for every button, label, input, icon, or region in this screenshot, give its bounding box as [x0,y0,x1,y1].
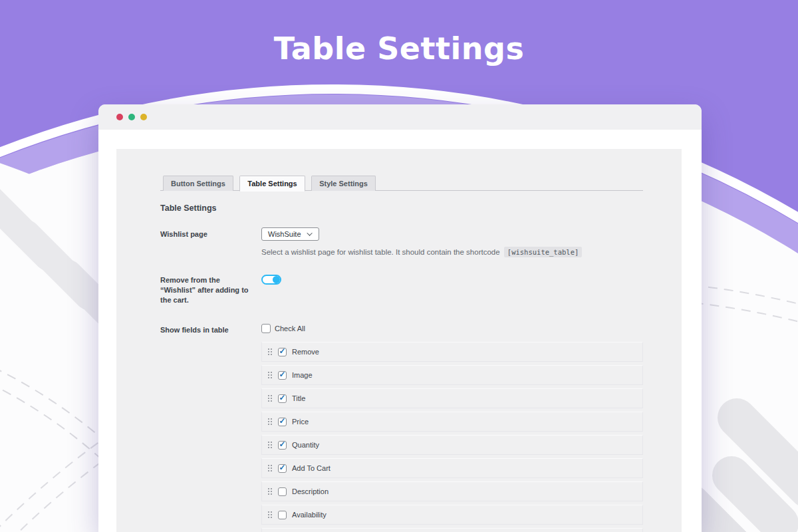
show-fields-row: Show fields in table Check All Remove [160,323,643,532]
list-item[interactable]: Image [261,365,643,385]
tab-style-settings[interactable]: Style Settings [311,176,376,191]
list-item[interactable]: Price [261,412,643,432]
field-checkbox[interactable] [278,441,287,450]
drag-handle-icon[interactable] [268,418,273,426]
field-label: Image [292,371,313,379]
drag-handle-icon[interactable] [268,395,273,402]
field-checkbox[interactable] [278,348,287,356]
drag-handle-icon[interactable] [268,348,273,356]
field-label: Title [292,394,305,402]
zoom-dot[interactable] [140,114,147,120]
field-label: Quantity [292,441,319,449]
tab-table-settings[interactable]: Table Settings [239,176,305,192]
drag-handle-icon[interactable] [268,465,273,472]
check-all-label: Check All [275,325,305,332]
browser-content: Button Settings Table Settings Style Set… [98,130,702,532]
show-fields-label: Show fields in table [160,323,261,335]
wishlist-page-help: Select a wishlist page for wishlist tabl… [261,247,643,257]
browser-window: Button Settings Table Settings Style Set… [98,104,702,532]
close-dot[interactable] [116,114,123,120]
section-heading: Table Settings [160,203,643,213]
list-item[interactable]: Description [261,481,643,501]
list-item[interactable]: Quantity [261,435,643,455]
remove-after-cart-toggle[interactable] [261,275,281,285]
check-all: Check All [261,323,643,333]
shortcode-chip: [wishsuite_table] [504,247,582,257]
tab-bar: Button Settings Table Settings Style Set… [160,176,643,191]
field-checkbox[interactable] [278,487,287,496]
field-label: Description [292,487,329,495]
list-item[interactable]: Availability [261,505,643,525]
wishlist-page-select-value: WishSuite [268,230,301,238]
sortable-field-list: Remove Image Title [261,342,643,532]
field-checkbox[interactable] [278,371,287,380]
chevron-down-icon [307,230,312,235]
field-checkbox[interactable] [278,418,287,426]
list-item[interactable]: Add To Cart [261,458,643,478]
browser-titlebar [98,104,702,130]
drag-handle-icon[interactable] [268,372,273,379]
drag-handle-icon[interactable] [268,488,273,495]
page-title: Table Settings [0,31,798,66]
check-all-checkbox[interactable] [261,324,271,333]
list-item[interactable]: Sku [261,528,643,532]
list-item[interactable]: Title [261,388,643,408]
field-checkbox[interactable] [278,394,287,403]
remove-after-cart-label: Remove from the “Wishlist” after adding … [160,273,253,305]
field-label: Availability [292,511,327,519]
minimize-dot[interactable] [128,114,135,120]
field-checkbox[interactable] [278,464,287,473]
settings-panel: Button Settings Table Settings Style Set… [116,149,682,532]
wishlist-page-label: Wishlist page [160,227,261,239]
field-checkbox[interactable] [278,511,287,519]
tab-button-settings[interactable]: Button Settings [163,176,233,191]
drag-handle-icon[interactable] [268,511,273,519]
wishlist-page-select[interactable]: WishSuite [261,227,319,241]
help-text: Select a wishlist page for wishlist tabl… [261,248,500,256]
drag-handle-icon[interactable] [268,442,273,449]
remove-after-cart-row: Remove from the “Wishlist” after adding … [160,273,643,305]
field-label: Add To Cart [292,464,331,472]
field-label: Price [292,418,309,426]
list-item[interactable]: Remove [261,342,643,362]
field-label: Remove [292,348,319,356]
wishlist-page-row: Wishlist page WishSuite Select a wishlis… [160,227,643,257]
